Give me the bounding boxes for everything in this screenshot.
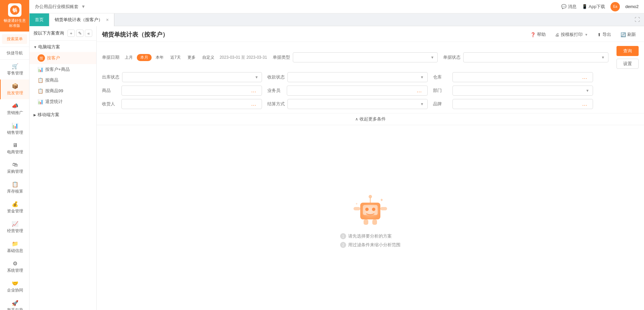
- user-avatar[interactable]: Ea: [610, 2, 620, 11]
- add-scheme-button[interactable]: +: [67, 30, 75, 37]
- quick-nav-section: 快捷导航: [0, 47, 29, 60]
- dropdown-arrow-icon[interactable]: ▼: [81, 4, 86, 9]
- print-button[interactable]: 🖨 按模板打印 ▼: [552, 30, 591, 39]
- settings-button[interactable]: 设置: [616, 59, 639, 69]
- sidebar-item-retail[interactable]: 🛒 零售管理: [0, 60, 29, 80]
- message-icon: 💬: [561, 4, 567, 9]
- receiver-select[interactable]: …: [121, 99, 262, 109]
- salesperson-select[interactable]: …: [287, 86, 427, 96]
- app-download-button[interactable]: 📱 App下载: [582, 4, 605, 10]
- scheme-item-return-stats[interactable]: 📊 退货统计: [30, 96, 96, 107]
- mobile-scheme-group-toggle[interactable]: ▶ 移动端方案: [30, 110, 96, 120]
- sidebar-item-marketing[interactable]: 📣 营销推广: [0, 99, 29, 119]
- doc-status-arrow-icon: ▼: [601, 55, 605, 59]
- sidebar-item-purchase[interactable]: 🛍 采购管理: [0, 158, 29, 178]
- receive-status-field: 收款状态 ▼: [267, 72, 427, 82]
- export-button[interactable]: ⬆ 导出: [595, 30, 614, 39]
- payment-arrow-icon: ▼: [420, 102, 424, 106]
- retail-icon: 🛒: [12, 63, 18, 69]
- payment-label: 结算方式: [267, 101, 285, 107]
- page-title: 销货单统计表（按客户）: [102, 31, 168, 39]
- tab-expand-button[interactable]: ⛶: [631, 17, 644, 23]
- return-stats-icon: 📊: [38, 99, 43, 104]
- doc-type-select[interactable]: ▼: [293, 52, 438, 62]
- doc-type-field: 单据类型 ▼: [273, 52, 438, 62]
- sidebar-item-ecommerce[interactable]: 🖥 电商管理: [0, 139, 29, 158]
- form-row-3: 商品 … 业务员 … 部门: [102, 86, 639, 96]
- date-tab-this-month[interactable]: 本月: [137, 54, 152, 61]
- doc-status-select[interactable]: ▼: [463, 52, 608, 62]
- download-icon: 📱: [582, 4, 587, 9]
- sidebar-item-sales[interactable]: 📊 销售管理: [0, 119, 29, 139]
- sidebar-item-finance[interactable]: 💰 资金管理: [0, 198, 29, 217]
- help-button[interactable]: ❓ 帮助: [528, 30, 548, 39]
- out-status-arrow-icon: ▼: [255, 75, 258, 79]
- tab-close-icon[interactable]: ×: [106, 17, 109, 22]
- query-button[interactable]: 查询: [616, 46, 639, 56]
- out-status-select[interactable]: ▼: [122, 72, 262, 82]
- date-tab-more[interactable]: 更多: [185, 54, 198, 61]
- scheme-item-by-customer[interactable]: 按 按客户: [30, 52, 96, 64]
- date-tab-7days[interactable]: 近7天: [168, 54, 183, 61]
- receive-status-select[interactable]: ▼: [287, 72, 427, 82]
- scheme-item-customer-goods[interactable]: 📊 按客户+商品: [30, 64, 96, 75]
- sidebar-item-system[interactable]: ⚙ 系统管理: [0, 257, 29, 277]
- goods-select[interactable]: …: [121, 86, 262, 96]
- date-tab-custom[interactable]: 自定义: [200, 54, 217, 61]
- sidebar-item-wholesale[interactable]: 📦 批发管理: [0, 80, 29, 99]
- brand-dots-icon[interactable]: …: [580, 101, 589, 107]
- by-customer-label: 按客户: [47, 55, 60, 61]
- refresh-button[interactable]: 🔄 刷新: [618, 30, 639, 39]
- date-tabs: 上月 本月 本年 近7天 更多 自定义: [122, 54, 217, 61]
- collapse-panel-button[interactable]: «: [85, 30, 92, 37]
- salesperson-dots-icon[interactable]: …: [415, 88, 424, 94]
- doc-status-field: 单据状态 ▼: [443, 52, 608, 62]
- svg-point-7: [369, 195, 372, 198]
- collapse-bar[interactable]: ∧ 收起更多条件: [97, 113, 644, 125]
- pc-scheme-group-toggle[interactable]: ▼ 电脑端方案: [30, 42, 96, 52]
- print-label: 按模板打印: [561, 32, 583, 38]
- sidebar-item-newguide[interactable]: 🚀 新手引导: [0, 297, 29, 310]
- chevron-right-icon: ▶: [34, 113, 36, 117]
- receiver-dots-icon[interactable]: …: [249, 101, 258, 107]
- customer-goods-label: 按客户+商品: [45, 66, 70, 72]
- warehouse-select[interactable]: …: [452, 72, 593, 82]
- sidebar-item-basic[interactable]: 📁 基础信息: [0, 237, 29, 257]
- payment-select[interactable]: ▼: [287, 99, 427, 109]
- customer-scheme-icon: 按: [38, 54, 45, 62]
- sidebar-item-label: 销售管理: [7, 130, 23, 136]
- message-button[interactable]: 💬 消息: [561, 4, 577, 10]
- dept-select[interactable]: ▼: [452, 86, 593, 96]
- svg-text:畅: 畅: [12, 7, 17, 13]
- app-logo[interactable]: 畅 畅捷通好生意 标准版: [0, 0, 29, 32]
- scheme-panel: 按以下方案查询 + ✎ « ▼ 电脑端方案 按 按客户: [30, 26, 97, 310]
- mobile-scheme-label: 移动端方案: [38, 112, 59, 118]
- warehouse-dots-icon[interactable]: …: [580, 74, 589, 80]
- sidebar-item-operation[interactable]: 📈 经营管理: [0, 217, 29, 237]
- sidebar-item-label: 批发管理: [7, 90, 23, 96]
- tab-home[interactable]: 首页: [30, 13, 49, 26]
- edit-icon: ✎: [78, 31, 82, 36]
- date-tab-last-month[interactable]: 上月: [122, 54, 136, 61]
- inventory-icon: 📋: [12, 181, 18, 188]
- export-label: 导出: [602, 32, 611, 38]
- sidebar-item-cooperation[interactable]: 🤝 企业协同: [0, 277, 29, 297]
- scheme-item-goods-99[interactable]: 📋 按商品99: [30, 86, 96, 96]
- edit-scheme-button[interactable]: ✎: [76, 30, 84, 37]
- date-tab-this-year[interactable]: 本年: [153, 54, 166, 61]
- purchase-icon: 🛍: [12, 162, 18, 168]
- empty-tips: 1 请先选择要分析的方案 2 用过滤条件来缩小分析范围: [340, 233, 400, 248]
- tab-sales-stats[interactable]: 销货单统计表（按客户） ×: [49, 13, 114, 26]
- doc-type-arrow-icon: ▼: [430, 55, 434, 59]
- sidebar-item-inventory[interactable]: 📋 库存核算: [0, 178, 29, 198]
- goods-dots-icon[interactable]: …: [249, 88, 258, 94]
- scheme-item-by-goods[interactable]: 📋 按商品: [30, 75, 96, 86]
- search-menu-button[interactable]: 搜索菜单: [2, 34, 27, 44]
- print-dropdown-icon[interactable]: ▼: [585, 33, 588, 37]
- dept-label: 部门: [433, 88, 450, 94]
- quick-nav-button[interactable]: 快捷导航: [0, 48, 29, 58]
- brand-select[interactable]: …: [452, 99, 593, 109]
- out-status-field: 出库状态 ▼: [102, 72, 262, 82]
- svg-point-4: [365, 208, 369, 211]
- dept-arrow-icon: ▼: [586, 89, 589, 93]
